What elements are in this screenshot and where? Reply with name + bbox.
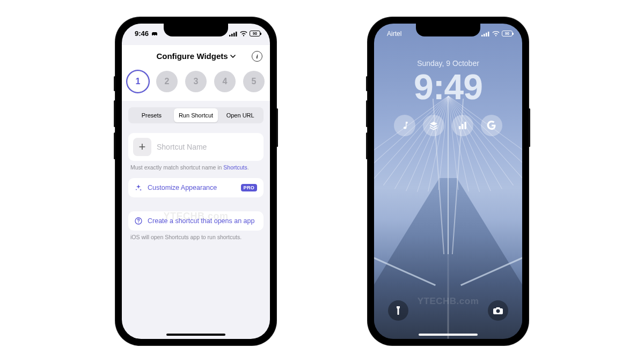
shortcut-hint: Must exactly match shortcut name in Shor… (128, 161, 264, 171)
info-button[interactable]: i (252, 51, 262, 62)
phone-left: 9:46 90 Configure Widgets i 1 2 3 4 5 (115, 17, 276, 345)
slot-2[interactable]: 2 (156, 71, 178, 92)
svg-rect-2 (233, 33, 235, 36)
google-icon (486, 120, 497, 131)
flashlight-icon (394, 306, 402, 315)
svg-rect-7 (486, 33, 487, 36)
slot-5[interactable]: 5 (243, 71, 265, 92)
svg-rect-1 (231, 34, 233, 36)
chevron-down-icon (230, 55, 236, 58)
battery-icon: 90 (502, 31, 513, 36)
svg-rect-6 (484, 34, 485, 36)
home-indicator[interactable] (166, 334, 225, 336)
wifi-icon (240, 31, 247, 36)
segment-open-url[interactable]: Open URL (218, 108, 262, 122)
nav-bar: Configure Widgets i (122, 45, 270, 68)
flashlight-button[interactable] (388, 300, 408, 321)
svg-rect-5 (481, 35, 483, 36)
slot-1[interactable]: 1 (127, 71, 149, 92)
slot-4[interactable]: 4 (214, 71, 236, 92)
customize-appearance-button[interactable]: Customize Appearance PRO (128, 178, 264, 197)
pro-badge: PRO (241, 184, 257, 191)
svg-rect-9 (459, 126, 461, 129)
status-carrier: Airtel (387, 30, 401, 38)
nav-title-dropdown[interactable]: Configure Widgets (156, 51, 235, 61)
music-note-icon (400, 121, 409, 130)
svg-rect-3 (236, 32, 237, 36)
home-indicator[interactable] (419, 334, 478, 336)
lockscreen-widgets (374, 115, 522, 136)
widget-chart[interactable] (452, 115, 473, 136)
cellular-icon (481, 31, 490, 36)
bars-icon (458, 121, 467, 130)
shortcut-name-input[interactable] (157, 143, 259, 151)
camera-icon (493, 307, 503, 314)
stack-icon (428, 120, 439, 131)
notch (164, 24, 228, 36)
wifi-icon (492, 31, 500, 36)
shortcuts-app-link[interactable]: Shortcuts (223, 164, 247, 171)
status-time: 9:46 (135, 29, 149, 38)
svg-rect-11 (464, 122, 466, 129)
segment-run-shortcut[interactable]: Run Shortcut (174, 108, 218, 122)
slot-3[interactable]: 3 (185, 71, 207, 92)
widget-slot-selector: 1 2 3 4 5 (122, 68, 270, 101)
camera-button[interactable] (488, 300, 508, 321)
widget-stack[interactable] (423, 115, 444, 136)
svg-rect-0 (229, 35, 231, 36)
battery-icon: 90 (250, 31, 260, 36)
cellular-icon (229, 31, 238, 36)
segment-presets[interactable]: Presets (129, 108, 174, 122)
lockscreen-time[interactable]: 9:49 (374, 67, 522, 107)
action-type-segmented: Presets Run Shortcut Open URL (128, 107, 264, 123)
widget-google[interactable] (481, 115, 502, 136)
sparkle-icon (135, 184, 142, 191)
phone-right: Airtel 90 Sunday, 9 October 9:49 YTECH (368, 17, 529, 345)
svg-rect-8 (488, 32, 489, 36)
run-hint: iOS will open Shortcuts app to run short… (128, 231, 264, 240)
watermark: YTECHB.com (122, 211, 270, 222)
notch (416, 24, 480, 36)
carplay-icon (151, 31, 158, 36)
svg-rect-10 (462, 124, 464, 129)
widget-music[interactable] (394, 115, 415, 136)
shortcut-icon-picker[interactable]: + (133, 138, 151, 156)
